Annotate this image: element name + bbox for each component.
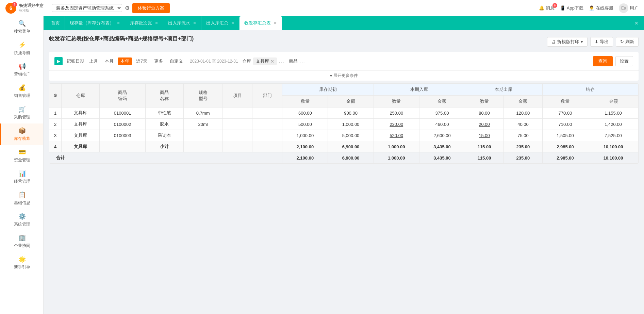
row-in-qty[interactable]: 520.00 [374, 130, 419, 141]
sidebar-label-inventory: 库存核算 [14, 136, 30, 142]
expand-conditions-button[interactable]: ▾ 展开更多条件 [330, 73, 358, 79]
trial-button[interactable]: 体验行业方案 [132, 3, 170, 13]
warehouse-more-button[interactable]: ... [279, 59, 285, 64]
table-row: 3文具库0100003采访本1,000.005,000.00520.002,60… [49, 130, 639, 141]
logo-badge: 6 [12, 2, 17, 7]
footer-open-qty: 2,100.00 [282, 152, 328, 164]
sidebar-item-quicknav[interactable]: ⚡快捷导航 [0, 38, 43, 59]
tab-home[interactable]: 首页 [46, 16, 65, 30]
table-row: 1文具库0100001中性笔0.7mm600.00900.00250.00375… [49, 108, 639, 119]
sidebar-label-operations: 经营管理 [14, 179, 30, 184]
row-project [222, 130, 252, 141]
row-num: 4 [49, 141, 62, 152]
row-in-qty[interactable]: 250.00 [374, 108, 419, 119]
tag-close-icon[interactable]: ✕ [270, 59, 274, 64]
date-option-本月[interactable]: 本月 [102, 57, 116, 65]
tab-close-icon-recv-send[interactable]: ✕ [274, 21, 277, 26]
sidebar-label-quicknav: 快捷导航 [14, 50, 30, 56]
tab-inout-summary[interactable]: 出入库汇总✕ [201, 16, 240, 30]
sidebar-item-system[interactable]: ⚙️系统管理 [0, 209, 43, 231]
sidebar: 🔍搜索菜单⚡快捷导航📢营销推广💰销售管理🛒采购管理📦库存核算💳资金管理📊经营管理… [0, 16, 44, 314]
row-dept [252, 130, 282, 141]
system-title-dropdown[interactable]: 装备及固定资产辅助管理系统 [52, 4, 122, 12]
sidebar-item-operations[interactable]: 📊经营管理 [0, 166, 43, 188]
page-title: 收发存汇总表(按仓库+商品编码+商品+规格型号+项目+部门) [49, 35, 194, 43]
tab-recv-send[interactable]: 收发存汇总表✕ [240, 16, 282, 30]
tab-label-batch: 库存批次账 [130, 20, 152, 26]
row-open-amt: 5,000.00 [328, 130, 374, 141]
notification-button[interactable]: 🔔 消息 6 [539, 5, 555, 11]
row-out-qty[interactable]: 15.00 [465, 130, 504, 141]
date-range-display: 2023-01-01 至 2023-12-31 [190, 59, 238, 64]
sidebar-item-purchase[interactable]: 🛒采购管理 [0, 102, 43, 123]
table-settings-col[interactable]: ⚙ [49, 84, 62, 108]
settings-button[interactable]: 设置 [615, 56, 633, 66]
export-button[interactable]: ⬇ 导出 [590, 37, 613, 47]
tab-close-icon-inout-flow[interactable]: ✕ [193, 21, 196, 26]
query-button[interactable]: 查询 [593, 56, 613, 66]
th-group-balance: 结存 [542, 84, 638, 96]
settings-icon-button[interactable]: ⚙ [125, 5, 130, 11]
row-spec: 0.7mm [184, 108, 222, 119]
chevron-down-icon: ▾ [330, 73, 332, 78]
row-bal-qty: 770.00 [542, 108, 588, 119]
sidebar-icon-system: ⚙️ [18, 213, 26, 220]
tab-close-icon-stock-dist[interactable]: ✕ [117, 21, 120, 26]
tab-stock-dist[interactable]: 现存量（库存分布表）✕ [65, 16, 125, 30]
th-in-amt: 金额 [419, 96, 465, 108]
tab-batch[interactable]: 库存批次账✕ [125, 16, 163, 30]
row-out-qty[interactable]: 80.00 [465, 108, 504, 119]
sidebar-item-finance[interactable]: 💳资金管理 [0, 145, 43, 166]
user-menu-button[interactable]: Ea 用户 [619, 3, 639, 13]
online-service-button[interactable]: 👨‍💼 在线客服 [589, 5, 613, 11]
sidebar-item-enterprise[interactable]: 🏢企业协同 [0, 231, 43, 252]
total-row: 合计 2,100.00 6,900.00 1,000.00 3,435.00 1… [49, 152, 639, 164]
sidebar-item-marketing[interactable]: 📢营销推广 [0, 59, 43, 81]
sidebar-icon-sales: 💰 [18, 84, 26, 92]
sidebar-item-guide[interactable]: 🌟新手引导 [0, 252, 43, 274]
row-in-qty[interactable]: 230.00 [374, 119, 419, 130]
sidebar-label-marketing: 营销推广 [14, 71, 30, 77]
row-bal-amt: 1,420.00 [588, 119, 639, 130]
th-open-amt: 金额 [328, 96, 374, 108]
print-button[interactable]: 🖨 拆模版打印 ▾ [547, 37, 588, 47]
footer-out-amt: 235.00 [503, 152, 542, 164]
sidebar-item-inventory[interactable]: 📦库存核算 [0, 123, 43, 145]
date-option-更多[interactable]: 更多 [151, 57, 166, 65]
system-title-area: 装备及固定资产辅助管理系统 ⚙ 体验行业方案 [52, 3, 170, 13]
row-out-amt: 75.00 [503, 130, 542, 141]
goods-more-button[interactable]: ... [300, 59, 306, 64]
th-in-qty: 数量 [374, 96, 419, 108]
sidebar-item-search[interactable]: 🔍搜索菜单 [0, 16, 43, 38]
table-row: 2文具库0100002胶水20ml500.001,000.00230.00460… [49, 119, 639, 130]
sidebar-item-sales[interactable]: 💰销售管理 [0, 81, 43, 102]
date-option-本年[interactable]: 本年 [118, 57, 132, 65]
row-bal-amt: 7,525.00 [588, 130, 639, 141]
warehouse-tag[interactable]: 文具库 ✕ [253, 57, 277, 65]
sidebar-item-basicinfo[interactable]: 📋基础信息 [0, 188, 43, 209]
tab-close-icon-batch[interactable]: ✕ [155, 21, 158, 26]
date-option-近7天[interactable]: 近7天 [133, 57, 150, 65]
row-spec [184, 141, 222, 152]
tab-inout-flow[interactable]: 出入库流水✕ [163, 16, 201, 30]
date-option-上月[interactable]: 上月 [86, 57, 101, 65]
row-code: 0100001 [100, 108, 145, 119]
phone-icon: 📱 [560, 5, 565, 11]
row-open-qty: 2,100.00 [282, 141, 328, 152]
date-option-自定义[interactable]: 自定义 [167, 57, 186, 65]
th-group-period-out: 本期出库 [465, 84, 543, 96]
row-open-qty: 600.00 [282, 108, 328, 119]
app-download-button[interactable]: 📱 App下载 [560, 5, 583, 11]
row-name: 小计 [145, 141, 183, 152]
row-project [222, 108, 252, 119]
row-bal-qty: 2,985.00 [542, 141, 588, 152]
sidebar-icon-guide: 🌟 [18, 255, 26, 263]
data-table: ⚙ 仓库 商品编码 商品名称 规格型号 项目 部门 库存期初 本期入库 本期出库 [49, 83, 639, 164]
refresh-button[interactable]: ↻ 刷新 [616, 37, 639, 47]
footer-out-qty: 115.00 [465, 152, 504, 164]
tab-close-icon-inout-summary[interactable]: ✕ [231, 21, 234, 26]
tab-bar-close-button[interactable]: ✕ [634, 20, 639, 26]
filter-collapse-button[interactable]: ▶ [54, 57, 63, 65]
row-out-qty[interactable]: 20.00 [465, 119, 504, 130]
row-project [222, 119, 252, 130]
